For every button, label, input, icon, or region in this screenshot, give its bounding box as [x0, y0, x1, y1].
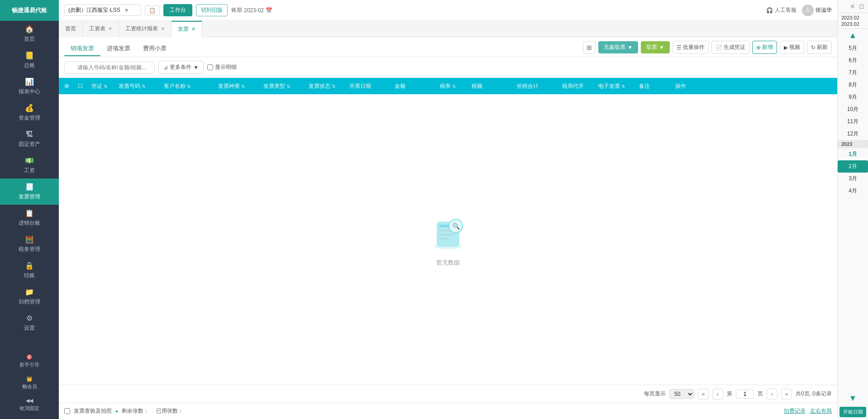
month-item-2023-3[interactable]: 3月: [838, 173, 868, 185]
per-page-select[interactable]: 50 10 20 100: [669, 389, 694, 399]
sidebar-item-payroll[interactable]: 💵工资: [0, 152, 59, 178]
sidebar-item-reports[interactable]: 📊报表中心: [0, 73, 59, 100]
th-tax: 税额: [468, 82, 513, 90]
sidebar-collapse[interactable]: ◀◀ 收消固定: [0, 394, 59, 415]
refresh-button[interactable]: ↻ 刷新: [807, 41, 832, 54]
search-toolbar: 🔍 ⊿ 更多条件 ▼ 显示明细: [59, 57, 837, 78]
th-label-tax_office: 税局代开: [562, 82, 584, 90]
sidebar-item-fixed-assets[interactable]: 🏗固定资产: [0, 126, 59, 152]
th-label-check: ☐: [78, 83, 83, 89]
support-button[interactable]: 🎧 人工客服: [766, 6, 796, 14]
close-panel-button[interactable]: ✕: [849, 2, 856, 11]
th-label-amount: 金额: [395, 82, 405, 90]
first-page-icon: «: [702, 391, 705, 397]
copy-button[interactable]: 📋: [145, 5, 160, 15]
month-item-prev-9[interactable]: 9月: [838, 91, 868, 103]
filter-label: 更多条件: [170, 63, 191, 71]
th-invoice_no[interactable]: 发票号码⇅: [115, 82, 160, 90]
svg-rect-5: [439, 238, 448, 240]
add-count-link[interactable]: 扣费记录: [784, 407, 806, 415]
maximize-panel-button[interactable]: ⊡: [858, 2, 865, 11]
tab-payroll-stats[interactable]: 工资统计报表✕: [119, 21, 172, 37]
sidebar-item-invoice-mgmt[interactable]: 🧾发票管理: [0, 178, 59, 205]
batch-op-button[interactable]: ☰ 批量操作: [672, 41, 709, 54]
workbench-button[interactable]: 工作台: [163, 4, 192, 16]
sub-tab-sales[interactable]: 销项发票: [64, 42, 100, 56]
video-icon: ▶: [784, 44, 788, 51]
th-total: 价税合计: [513, 82, 558, 90]
tab-invoice[interactable]: 发票✕: [172, 21, 202, 37]
month-item-prev-8[interactable]: 8月: [838, 79, 868, 91]
th-voucher[interactable]: 凭证⇅: [88, 82, 115, 90]
month-item-prev-7[interactable]: 7月: [838, 67, 868, 79]
sidebar-item-ledger[interactable]: 📒总账: [0, 47, 59, 73]
detail-checkbox[interactable]: [207, 64, 213, 70]
month-item-2023-4[interactable]: 4月: [838, 185, 868, 197]
add-button[interactable]: ⊕ 新增: [752, 41, 777, 54]
sidebar-item-archive[interactable]: 📁归档管理: [0, 284, 59, 310]
year-header-2023: 2023: [838, 140, 868, 148]
sub-tab-expense[interactable]: 费用小票: [137, 42, 173, 56]
user-info[interactable]: 人 徐溢华: [802, 5, 832, 16]
tab-close-payroll-stats[interactable]: ✕: [161, 26, 165, 32]
calendar-icon[interactable]: 📅: [266, 7, 272, 14]
th-invoice_type[interactable]: 发票种类⇅: [215, 82, 260, 90]
th-customer[interactable]: 客户名称⇅: [160, 82, 215, 90]
next-page-button[interactable]: ›: [767, 389, 777, 400]
gen-voucher-button[interactable]: 📄 生成凭证: [711, 41, 749, 54]
date-nav-down-icon[interactable]: ▼: [849, 394, 857, 403]
last-page-button[interactable]: »: [781, 389, 792, 400]
month-item-2023-2[interactable]: 2月: [838, 160, 868, 173]
no-invoice-button[interactable]: 无鑫取票 ▼: [598, 41, 638, 53]
company-selector[interactable]: (勿删）江西服宝-LSS ▼: [64, 5, 141, 16]
more-filter-button[interactable]: ⊿ 更多条件 ▼: [158, 61, 204, 74]
video-button[interactable]: ▶ 视频: [780, 41, 804, 54]
th-e_invoice[interactable]: 电子发票⇅: [595, 82, 635, 90]
sidebar-label-payroll: 工资: [24, 167, 35, 174]
th-tax_rate[interactable]: 税率⇅: [436, 82, 468, 90]
leftright-link[interactable]: 左右布局: [810, 407, 832, 415]
sidebar-label-reports: 报表中心: [19, 88, 40, 96]
batch-op-label: 批量操作: [683, 43, 705, 51]
prev-page-button[interactable]: ‹: [712, 389, 723, 400]
tab-close-payroll[interactable]: ✕: [108, 26, 112, 32]
tab-close-invoice[interactable]: ✕: [191, 26, 196, 32]
sidebar-bottom-item-guide[interactable]: 🎯新手引导: [0, 350, 59, 372]
th-status[interactable]: 发票状态⇅: [305, 82, 346, 90]
date-list: 5月6月7月8月9月10月11月12月20231月2月3月4月: [838, 42, 868, 392]
ledger-icon: 📒: [25, 51, 34, 60]
th-amount: 金额: [391, 82, 436, 90]
month-item-prev-12[interactable]: 12月: [838, 128, 868, 140]
tab-home[interactable]: 首页: [59, 21, 83, 37]
sidebar-item-funds[interactable]: 💰资金管理: [0, 100, 59, 126]
date-nav-up-icon[interactable]: ▲: [849, 31, 857, 40]
month-item-prev-11[interactable]: 11月: [838, 116, 868, 128]
first-page-button[interactable]: «: [698, 389, 709, 400]
invoice-button[interactable]: 取票 ▼: [641, 41, 670, 53]
th-invoice_category[interactable]: 发票类型⇅: [260, 82, 305, 90]
page-input[interactable]: [736, 390, 754, 399]
tab-payroll[interactable]: 工资表✕: [83, 21, 119, 37]
month-item-prev-6[interactable]: 6月: [838, 54, 868, 67]
month-item-prev-10[interactable]: 10月: [838, 103, 868, 116]
show-detail-checkbox[interactable]: 显示明细: [207, 63, 237, 71]
sidebar-item-tax-mgmt[interactable]: 🧮税务管理: [0, 231, 59, 257]
sidebar-item-home[interactable]: 🏠首页: [0, 21, 59, 47]
th-label-status: 发票状态: [309, 82, 330, 90]
sidebar-item-close[interactable]: 🔒结账: [0, 257, 59, 284]
verify-checkbox[interactable]: [64, 408, 70, 414]
month-item-2023-1[interactable]: 1月: [838, 148, 868, 160]
sub-tab-bar: 销项发票进项发票费用小票 ⊞ 无鑫取票 ▼ 取票 ▼ ☰ 批量操作: [59, 37, 837, 57]
video-label: 视频: [789, 43, 800, 51]
sub-tab-purchase[interactable]: 进项发票: [100, 42, 137, 56]
open-period-button[interactable]: 开账日期: [839, 407, 866, 417]
table-view-button[interactable]: ⊞: [583, 41, 596, 54]
logo-text: 畅捷通易代账: [12, 6, 47, 14]
home-icon: 🏠: [25, 25, 34, 34]
sidebar-item-sales-ledger[interactable]: 📋进销台账: [0, 205, 59, 231]
sidebar-item-settings[interactable]: ⚙设置: [0, 310, 59, 336]
month-item-prev-5[interactable]: 5月: [838, 42, 868, 54]
search-input[interactable]: [64, 62, 155, 73]
sidebar-bottom-item-vip[interactable]: 👑畅会员: [0, 372, 59, 394]
switch-version-button[interactable]: 切到旧版: [196, 4, 228, 16]
